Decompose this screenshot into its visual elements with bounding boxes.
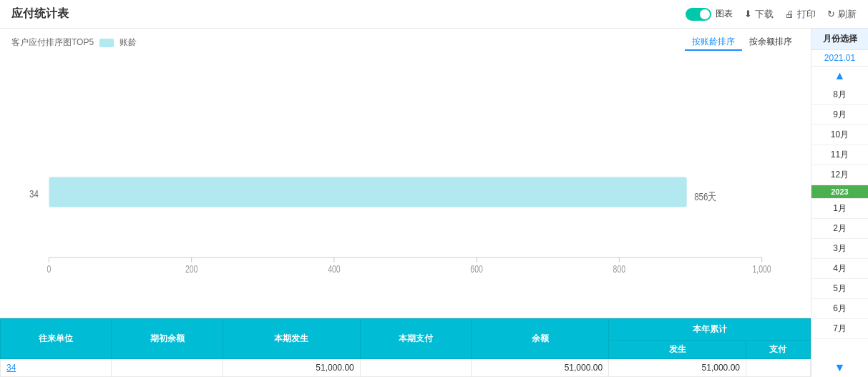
- month-item-8[interactable]: 8月: [811, 85, 868, 105]
- chart-sort-buttons: 按账龄排序 按余额排序: [685, 34, 799, 51]
- svg-text:0: 0: [47, 263, 52, 275]
- col-leiji-faqi: 发生: [609, 341, 746, 359]
- scroll-up-button[interactable]: ▲: [811, 67, 868, 85]
- month-item-6[interactable]: 6月: [811, 299, 868, 319]
- month-item-7[interactable]: 7月: [811, 319, 868, 339]
- cell-benfaqi: 51,000.00: [223, 359, 360, 377]
- year-marker-2023: 2023: [811, 185, 868, 199]
- print-icon: 🖨: [785, 9, 794, 19]
- sort-by-age-button[interactable]: 按账龄排序: [685, 34, 742, 51]
- summary-table: 往来单位 期初余额 本期发生 本期支付 余额 本年累计 发生 支付: [0, 318, 811, 377]
- svg-text:1,000: 1,000: [752, 263, 771, 275]
- data-table-section: 往来单位 期初余额 本期发生 本期支付 余额 本年累计 发生 支付: [0, 318, 811, 377]
- month-item-5[interactable]: 5月: [811, 279, 868, 299]
- col-benfaqi: 本期发生: [223, 319, 360, 359]
- unit-link[interactable]: 34: [6, 363, 16, 373]
- chart-toggle-label: 图表: [716, 8, 733, 20]
- month-item-3[interactable]: 3月: [811, 239, 868, 259]
- cell-yue: 51,000.00: [472, 359, 609, 377]
- table-wrapper: 往来单位 期初余额 本期发生 本期支付 余额 本年累计 发生 支付: [0, 318, 811, 377]
- col-qichu: 期初余额: [112, 319, 223, 359]
- cell-leiji-zhifu: [746, 359, 810, 377]
- svg-text:400: 400: [328, 263, 341, 275]
- svg-text:200: 200: [185, 263, 198, 275]
- month-item-12[interactable]: 12月: [811, 165, 868, 185]
- month-item-1[interactable]: 1月: [811, 199, 868, 219]
- month-item-9[interactable]: 9月: [811, 105, 868, 125]
- month-item-2[interactable]: 2月: [811, 219, 868, 239]
- col-leiji: 本年累计: [609, 319, 811, 341]
- chart-area: 34 856天 0 200 400 600 800 1,000: [0, 57, 811, 318]
- svg-text:800: 800: [613, 263, 626, 275]
- col-yue: 余额: [472, 319, 609, 359]
- cell-unit: 34: [1, 359, 112, 377]
- chart-header: 客户应付排序图TOP5 账龄 按账龄排序 按余额排序: [0, 29, 811, 57]
- chart-toggle[interactable]: [686, 8, 711, 21]
- month-list: 8月 9月 10月 11月 12月 2023 1月 2月 3月 4月 5月 6月…: [811, 85, 868, 358]
- svg-text:856天: 856天: [694, 190, 716, 202]
- bar-chart: 34 856天 0 200 400 600 800 1,000: [11, 57, 799, 318]
- col-benzhifu: 本期支付: [360, 319, 471, 359]
- col-leiji-zhifu: 支付: [746, 341, 810, 359]
- chart-toggle-wrapper[interactable]: 图表: [686, 8, 733, 21]
- month-item-11[interactable]: 11月: [811, 145, 868, 165]
- sidebar-header: 月份选择: [811, 29, 868, 50]
- refresh-icon: ↻: [827, 9, 835, 19]
- scroll-down-button[interactable]: ▼: [811, 358, 868, 377]
- svg-rect-1: [49, 177, 686, 207]
- download-icon: ⬇: [744, 9, 752, 19]
- legend-label: 账龄: [120, 36, 137, 49]
- legend-text: 客户应付排序图TOP5: [11, 36, 94, 49]
- month-sidebar: 月份选择 2021.01 ▲ 8月 9月 10月 11月 12月 2023 1月…: [811, 29, 868, 377]
- svg-text:600: 600: [470, 263, 483, 275]
- svg-text:34: 34: [29, 187, 39, 200]
- col-unit: 往来单位: [1, 319, 112, 359]
- download-button[interactable]: ⬇ 下载: [744, 8, 774, 21]
- table-row: 34 51,000.00 51,000.00 51,000.00: [1, 359, 811, 377]
- cell-qichu: [112, 359, 223, 377]
- refresh-button[interactable]: ↻ 刷新: [827, 8, 857, 21]
- month-item-4[interactable]: 4月: [811, 259, 868, 279]
- header-actions: 图表 ⬇ 下载 🖨 打印 ↻ 刷新: [686, 8, 857, 21]
- page-title: 应付统计表: [11, 6, 69, 21]
- chart-legend: 客户应付排序图TOP5 账龄: [11, 36, 137, 49]
- year-select[interactable]: 2021.01: [811, 50, 868, 67]
- month-item-10[interactable]: 10月: [811, 125, 868, 145]
- cell-benzhifu: [360, 359, 471, 377]
- sort-by-balance-button[interactable]: 按余额排序: [742, 34, 799, 51]
- legend-color-box: [99, 39, 114, 47]
- cell-leiji-faqi: 51,000.00: [609, 359, 746, 377]
- print-button[interactable]: 🖨 打印: [785, 8, 816, 21]
